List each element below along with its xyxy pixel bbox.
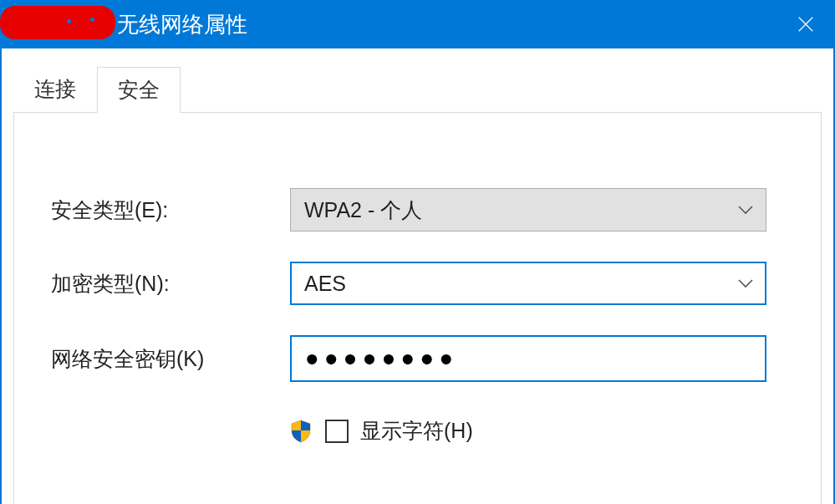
combo-encryption-type-value: AES — [304, 272, 346, 296]
tab-panel-security: 安全类型(E): WPA2 - 个人 加密类型(N): AES 网络安全密钥(K… — [13, 112, 822, 504]
row-show-characters: 显示字符(H) — [290, 417, 787, 445]
combo-encryption-type[interactable]: AES — [290, 262, 766, 305]
uac-shield-icon — [290, 420, 312, 443]
titlebar-left: 无线网络属性 — [0, 0, 247, 48]
tab-security[interactable]: 安全 — [97, 67, 181, 113]
row-network-key: 网络安全密钥(K) ●●●●●●●● — [48, 335, 787, 382]
window-title: 无线网络属性 — [117, 10, 247, 39]
label-show-characters: 显示字符(H) — [360, 417, 473, 445]
row-encryption-type: 加密类型(N): AES — [48, 262, 787, 305]
close-button[interactable] — [776, 0, 835, 48]
window-titlebar: 无线网络属性 — [0, 0, 835, 48]
tab-strip: 连接 安全 — [13, 69, 822, 112]
combo-security-type-value: WPA2 - 个人 — [304, 196, 422, 224]
label-encryption-type: 加密类型(N): — [48, 270, 290, 298]
combo-security-type[interactable]: WPA2 - 个人 — [290, 188, 766, 232]
redacted-network-name — [0, 6, 115, 39]
tab-connection[interactable]: 连接 — [13, 66, 97, 112]
chevron-down-icon — [737, 201, 754, 219]
close-icon — [797, 15, 815, 33]
input-network-key[interactable]: ●●●●●●●● — [290, 335, 766, 382]
row-security-type: 安全类型(E): WPA2 - 个人 — [48, 188, 787, 232]
window-body: 连接 安全 安全类型(E): WPA2 - 个人 加密类型(N): AES 网络… — [0, 48, 835, 504]
checkbox-show-characters[interactable] — [325, 420, 349, 443]
chevron-down-icon — [737, 275, 754, 293]
input-network-key-value: ●●●●●●●● — [305, 345, 458, 372]
label-security-type: 安全类型(E): — [48, 196, 290, 224]
label-network-key: 网络安全密钥(K) — [48, 345, 290, 373]
